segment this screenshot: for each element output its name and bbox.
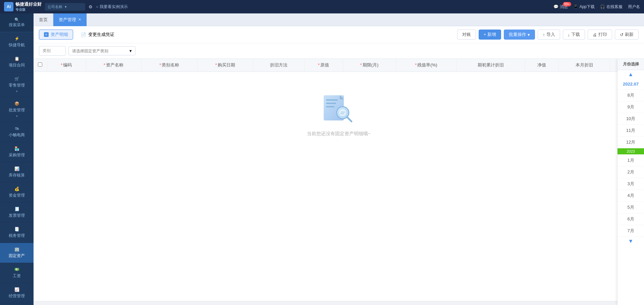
wholesale-icon: 📦 xyxy=(14,101,19,106)
category-input[interactable] xyxy=(72,49,127,53)
batch-ops-label: 批量操作 xyxy=(509,32,526,38)
change-voucher-icon: 📄 xyxy=(81,32,86,37)
import-icon: ↑ xyxy=(543,32,545,37)
sidebar-item-quick-nav[interactable]: ⚡ 快捷导航 xyxy=(0,32,34,52)
month-item-current[interactable]: 2022.07 xyxy=(618,79,644,90)
fund-icon: 💰 xyxy=(14,187,19,191)
sub-tab-asset-detail[interactable]: ≡ 资产明细 xyxy=(39,30,73,40)
phone-icon: 📱 xyxy=(573,4,578,9)
sidebar-label-fixed-assets: 固定资产 xyxy=(9,253,25,259)
sidebar-item-biz-mgmt[interactable]: 📈 经营管理 xyxy=(0,283,34,303)
month-item-11[interactable]: 11月 xyxy=(618,125,644,137)
contract-icon: 📋 xyxy=(14,56,19,61)
refresh-button[interactable]: ↺ 刷新 xyxy=(615,30,639,40)
demo-link[interactable]: ○ 我要看实例演示 xyxy=(96,4,128,10)
month-item-2023-7[interactable]: 7月 xyxy=(618,225,644,237)
batch-arrow-icon: ▾ xyxy=(528,32,530,37)
sub-tab-asset-detail-label: 资产明细 xyxy=(51,32,68,38)
toolbar-right: 对账 + 新增 批量操作 ▾ ↑ 导入 ↓ 下载 🖨 xyxy=(457,30,639,40)
th-depreciation-method: 折旧方法 xyxy=(253,59,305,72)
empty-row: 当前您还没有固定资产明细哦~ xyxy=(34,72,644,157)
sidebar-item-project-contract[interactable]: 📋 项目合同 xyxy=(0,52,34,72)
add-new-button[interactable]: + 新增 xyxy=(479,30,501,40)
tab-close-icon[interactable]: ✕ xyxy=(78,17,81,22)
app-name-wrap: 畅捷通好业财 专业版 xyxy=(15,1,42,12)
month-item-2023-5[interactable]: 5月 xyxy=(618,202,644,213)
print-label: 打印 xyxy=(598,32,607,38)
tab-asset-mgmt[interactable]: 资产管理 ✕ xyxy=(53,13,87,26)
table-header-row: *编码 *资产名称 *类别名称 *购买日期 折旧方法 *原值 *期限(月) *残… xyxy=(34,59,644,72)
th-code: *编码 xyxy=(47,59,86,72)
month-picker-down[interactable]: ▼ xyxy=(618,237,644,246)
category-input-wrap: ▾ xyxy=(68,46,136,55)
sidebar-item-fixed-assets[interactable]: 🏢 固定资产 xyxy=(0,243,34,263)
sidebar-label-ecommerce: 小畅电商 xyxy=(9,132,25,138)
month-picker-header: 月份选择 xyxy=(618,59,644,70)
sidebar-item-retail-mgmt[interactable]: 🛒 零售管理 ▾ xyxy=(0,72,34,97)
sidebar-item-tax-mgmt[interactable]: 📑 税务管理 xyxy=(0,223,34,243)
table-wrap[interactable]: *编码 *资产名称 *类别名称 *购买日期 折旧方法 *原值 *期限(月) *残… xyxy=(34,59,644,301)
batch-ops-button[interactable]: 批量操作 ▾ xyxy=(504,30,535,40)
asset-detail-icon: ≡ xyxy=(44,32,49,37)
sidebar-item-inventory[interactable]: 📊 库存核算 xyxy=(0,162,34,183)
sidebar-item-fund-mgmt[interactable]: 💰 资金管理 xyxy=(0,183,34,203)
th-purchase-date: *购买日期 xyxy=(197,59,253,72)
svg-line-7 xyxy=(347,117,352,121)
sidebar-label-project-contract: 项目合同 xyxy=(9,62,25,68)
print-button[interactable]: 🖨 打印 xyxy=(588,30,612,40)
svg-rect-3 xyxy=(326,106,334,107)
biz-icon: 📈 xyxy=(14,287,19,292)
invoice-icon: 🧾 xyxy=(14,207,19,211)
import-button[interactable]: ↑ 导入 xyxy=(538,30,560,40)
app-subtitle: 专业版 xyxy=(15,7,42,12)
sidebar-label-fund: 资金管理 xyxy=(9,193,25,198)
category-filter-select[interactable]: 类别 xyxy=(39,46,66,56)
month-item-12[interactable]: 12月 xyxy=(618,137,644,148)
month-item-2023-2[interactable]: 2月 xyxy=(618,166,644,178)
inventory-icon: 📊 xyxy=(14,166,19,171)
sidebar: 🔍 搜索菜单 ⚡ 快捷导航 📋 项目合同 🛒 零售管理 ▾ 📦 批发管理 ▾ 🛍… xyxy=(0,13,34,305)
page-content: ≡ 资产明细 📄 变更生成凭证 对账 + 新增 批量操作 ▾ ↑ xyxy=(34,26,644,305)
tab-home[interactable]: 首页 xyxy=(34,13,53,26)
sidebar-item-wholesale-mgmt[interactable]: 📦 批发管理 ▾ xyxy=(0,97,34,122)
sidebar-item-ecommerce[interactable]: 🛍 小畅电商 xyxy=(0,122,34,142)
sidebar-item-general-ledger[interactable]: 📒 总账管理 xyxy=(0,303,34,305)
month-item-9[interactable]: 9月 xyxy=(618,101,644,113)
month-item-10[interactable]: 10月 xyxy=(618,113,644,125)
main-content-area: *编码 *资产名称 *类别名称 *购买日期 折旧方法 *原值 *期限(月) *残… xyxy=(34,59,644,305)
month-item-2023-6[interactable]: 6月 xyxy=(618,213,644,225)
empty-illustration xyxy=(319,92,359,125)
month-item-8[interactable]: 8月 xyxy=(618,90,644,101)
tab-bar: 首页 资产管理 ✕ xyxy=(34,13,644,26)
download-button[interactable]: ↓ 下载 xyxy=(563,30,585,40)
main-layout: 🔍 搜索菜单 ⚡ 快捷导航 📋 项目合同 🛒 零售管理 ▾ 📦 批发管理 ▾ 🛍… xyxy=(0,13,644,305)
message-icon: 💬 xyxy=(553,4,558,9)
sidebar-label-search: 搜索菜单 xyxy=(3,22,31,28)
user-info[interactable]: 用户名 xyxy=(628,4,640,10)
sidebar-item-payroll[interactable]: 💵 工资 xyxy=(0,263,34,283)
sidebar-item-invoice-mgmt[interactable]: 🧾 发票管理 xyxy=(0,203,34,223)
download-icon: ↓ xyxy=(568,32,570,37)
month-item-2023-3[interactable]: 3月 xyxy=(618,178,644,190)
month-item-2023-1[interactable]: 1月 xyxy=(618,155,644,166)
app-download-button[interactable]: 📱 App下载 xyxy=(573,4,595,10)
app-brand: Ai 畅捷通好业财 专业版 xyxy=(4,1,42,12)
month-item-2023-4[interactable]: 4月 xyxy=(618,190,644,202)
select-all-checkbox[interactable] xyxy=(38,62,42,67)
sidebar-item-search-menu[interactable]: 🔍 搜索菜单 xyxy=(0,13,34,32)
demo-text: 我要看实例演示 xyxy=(100,4,128,10)
company-name: 公司名称 xyxy=(48,5,62,9)
reconcile-button[interactable]: 对账 xyxy=(457,30,476,40)
svg-rect-1 xyxy=(326,99,338,101)
settings-button[interactable]: ⚙ xyxy=(89,4,93,9)
messages-button[interactable]: 💬 消息 99+ xyxy=(553,4,568,10)
sub-tab-change-voucher[interactable]: 📄 变更生成凭证 xyxy=(76,30,119,40)
sidebar-label-biz: 经营管理 xyxy=(9,293,25,299)
sidebar-item-purchase-mgmt[interactable]: 🏪 采购管理 xyxy=(0,142,34,162)
online-service-button[interactable]: 🎧 在线客服 xyxy=(600,4,623,10)
print-icon: 🖨 xyxy=(593,32,597,37)
bottom-scrollbar[interactable] xyxy=(34,301,644,305)
nav-icon: ⚡ xyxy=(14,36,19,41)
company-selector[interactable]: 公司名称 ▾ xyxy=(45,3,85,11)
month-picker-up[interactable]: ▲ xyxy=(618,70,644,79)
